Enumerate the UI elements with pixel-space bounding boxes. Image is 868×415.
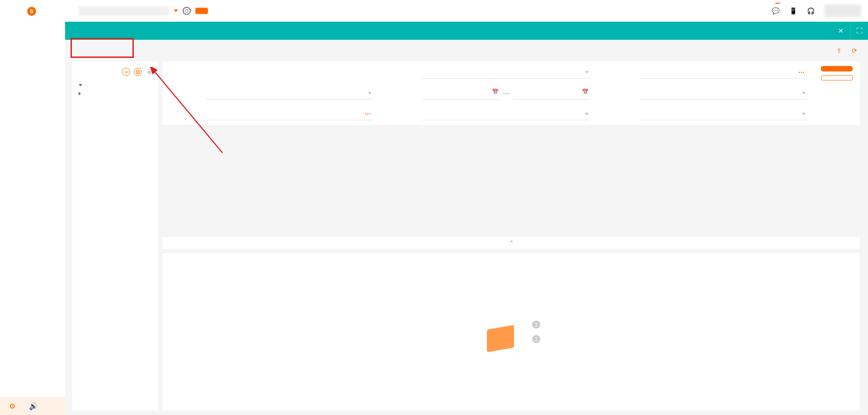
result-area: 1 2 bbox=[163, 253, 860, 410]
more-icon: ⋯ bbox=[364, 110, 372, 118]
audit-date-from[interactable]: 📅 bbox=[422, 87, 500, 99]
sound-icon[interactable]: 🔊 bbox=[29, 402, 38, 410]
chevron-down-icon bbox=[368, 92, 372, 94]
query-button[interactable] bbox=[821, 66, 853, 71]
biztype-select[interactable] bbox=[639, 108, 807, 120]
chevron-up-icon: ⌃ bbox=[509, 240, 514, 246]
partner-select[interactable]: ⋯ bbox=[205, 108, 373, 120]
collapse-filters-button[interactable]: ⌃ bbox=[163, 237, 860, 249]
filter-panel: ⋯ 📅 — 📅 ⋯ bbox=[163, 61, 860, 125]
scheme-group-mobile[interactable] bbox=[72, 88, 158, 97]
expand-icon[interactable]: ⛶ bbox=[850, 22, 868, 40]
step-number: 2 bbox=[532, 335, 540, 343]
tabs-bar: ✕ ⛶ bbox=[65, 22, 868, 40]
page-title bbox=[74, 49, 81, 52]
docstatus-select[interactable] bbox=[639, 87, 807, 99]
org-name-blurred[interactable] bbox=[79, 6, 169, 15]
scheme-group-pc[interactable] bbox=[72, 80, 158, 88]
partnercat-select[interactable] bbox=[422, 108, 590, 120]
gear-icon[interactable] bbox=[183, 7, 191, 15]
step-number: 1 bbox=[532, 321, 540, 329]
calendar-icon: 📅 bbox=[492, 89, 499, 95]
logo-area: b bbox=[0, 0, 65, 22]
salesman-select[interactable]: ⋯ bbox=[639, 66, 807, 79]
chevron-down-icon bbox=[585, 71, 589, 73]
user-avatar[interactable] bbox=[825, 5, 861, 17]
export-button[interactable]: ⇪ bbox=[836, 47, 844, 54]
export-icon: ⇪ bbox=[836, 47, 842, 54]
nav-footer: ⚙ 🔊 bbox=[0, 397, 65, 415]
doctype-select[interactable] bbox=[422, 66, 590, 79]
refresh-icon: ⟳ bbox=[852, 47, 857, 54]
settings-button[interactable] bbox=[821, 75, 853, 80]
more-icon: ⋯ bbox=[798, 69, 806, 76]
chevron-down-icon bbox=[585, 113, 589, 115]
calendar-icon: 📅 bbox=[582, 89, 589, 95]
top-header: b 💬 📱 🎧 bbox=[0, 0, 868, 22]
dept-select[interactable] bbox=[205, 87, 373, 99]
scheme-gear-icon[interactable]: ⚙ bbox=[134, 68, 142, 76]
logo-icon: b bbox=[27, 7, 36, 16]
audit-date-to[interactable]: 📅 bbox=[512, 87, 590, 99]
scheme-panel: + ⚙ « bbox=[72, 61, 158, 410]
collapse-panel-icon[interactable]: « bbox=[146, 68, 154, 76]
app-download-link[interactable]: 📱 bbox=[789, 7, 799, 14]
phone-icon: 📱 bbox=[789, 7, 797, 14]
robot-illustration bbox=[478, 309, 523, 354]
headset-icon: 🎧 bbox=[807, 7, 815, 14]
close-all-tabs[interactable]: ✕ bbox=[832, 27, 850, 34]
left-nav: ⚙ 🔊 bbox=[0, 22, 65, 415]
message-link[interactable]: 💬 bbox=[772, 7, 781, 14]
chevron-down-icon bbox=[802, 113, 806, 115]
page-header: ⇪ ⟳ bbox=[65, 40, 868, 61]
add-scheme-icon[interactable]: + bbox=[122, 68, 130, 76]
trial-button[interactable] bbox=[195, 8, 208, 14]
message-badge bbox=[775, 3, 780, 4]
chevron-down-icon[interactable] bbox=[174, 9, 178, 12]
customer-service-link[interactable]: 🎧 bbox=[807, 7, 816, 14]
message-icon: 💬 bbox=[772, 7, 779, 14]
chevron-down-icon bbox=[802, 92, 806, 94]
settings-icon[interactable]: ⚙ bbox=[9, 402, 15, 410]
refresh-button[interactable]: ⟳ bbox=[852, 47, 859, 54]
